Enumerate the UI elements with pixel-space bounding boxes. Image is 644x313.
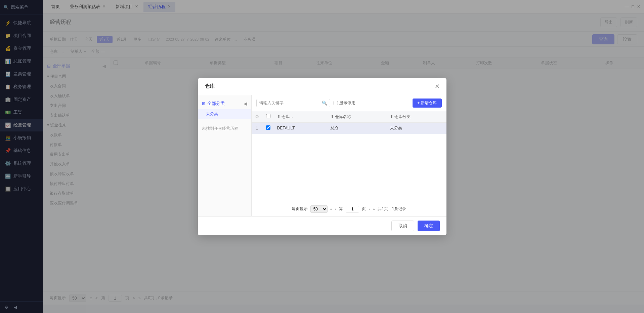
row-index: 1 — [252, 122, 263, 134]
th-category: ⬆ 仓库分类 — [387, 111, 446, 123]
dialog-header: 仓库 ✕ — [198, 78, 446, 95]
dialog-category-item-unclassified[interactable]: 未分类 — [198, 109, 251, 119]
th-code-sort[interactable]: ⬆ 仓库... — [277, 114, 324, 120]
th-gear[interactable]: ⚙ — [252, 111, 263, 123]
show-disabled-checkbox[interactable] — [334, 101, 338, 105]
dialog-total: 共1页，1条记录 — [378, 206, 406, 212]
category-all-label: 全部分类 — [207, 101, 225, 107]
dialog-per-page-label: 每页显示 — [292, 206, 308, 212]
dialog-toolbar: 🔍 显示停用 + 新增仓库 — [252, 95, 446, 111]
gear-settings-icon[interactable]: ⚙ — [255, 114, 259, 119]
row-name: 总仓 — [327, 122, 387, 134]
dialog-last-btn[interactable]: » — [373, 207, 375, 211]
dialog-no-results: 未找到任何经营历程 — [198, 119, 251, 138]
dialog-left-toggle[interactable]: ◀ — [244, 101, 247, 106]
confirm-button[interactable]: 确定 — [418, 221, 440, 231]
dialog-page-input[interactable] — [346, 206, 359, 212]
warehouse-dialog: 仓库 ✕ ⊞ 全部分类 ◀ 未分类 未找到任何经营历程 🔍 — [198, 78, 446, 235]
dialog-pagination: 每页显示 50 100 « ‹ 算 页 › » 共1页，1条记录 — [252, 202, 446, 216]
th-name-sort[interactable]: ⬆ 仓库名称 — [331, 114, 383, 120]
search-icon: 🔍 — [322, 101, 327, 106]
dialog-close-button[interactable]: ✕ — [435, 83, 440, 90]
dialog-table-container: ⚙ ⬆ 仓库... — [252, 111, 446, 202]
th-name: ⬆ 仓库名称 — [327, 111, 387, 123]
table-select-all-checkbox[interactable] — [266, 114, 270, 118]
dialog-table: ⚙ ⬆ 仓库... — [252, 111, 446, 134]
show-disabled-checkbox-label[interactable]: 显示停用 — [334, 100, 355, 106]
search-input[interactable] — [259, 101, 320, 105]
dialog-page-suffix: 页 — [362, 206, 366, 212]
dialog-prev-btn[interactable]: ‹ — [335, 207, 336, 211]
dialog-footer: 取消 确定 — [198, 216, 446, 235]
th-checkbox[interactable] — [263, 111, 274, 123]
row-category: 未分类 — [387, 122, 446, 134]
add-warehouse-button[interactable]: + 新增仓库 — [413, 99, 441, 108]
show-disabled-label: 显示停用 — [339, 100, 355, 106]
dialog-first-btn[interactable]: « — [330, 207, 333, 211]
th-category-sort[interactable]: ⬆ 仓库分类 — [390, 114, 443, 120]
dialog-page-label: 算 — [339, 206, 343, 212]
dialog-next-btn[interactable]: › — [369, 207, 370, 211]
th-code: ⬆ 仓库... — [274, 111, 328, 123]
dialog-body: ⊞ 全部分类 ◀ 未分类 未找到任何经营历程 🔍 显示停用 — [198, 95, 446, 216]
category-all-icon: ⊞ — [202, 101, 205, 106]
row-checkbox-cell[interactable] — [263, 122, 274, 134]
table-row[interactable]: 1 DEFAULT 总仓 未分类 — [252, 122, 446, 134]
cancel-button[interactable]: 取消 — [391, 221, 414, 231]
dialog-per-page-select[interactable]: 50 100 — [310, 205, 328, 213]
dialog-right-panel: 🔍 显示停用 + 新增仓库 ⚙ — [252, 95, 446, 216]
row-code: DEFAULT — [274, 122, 328, 134]
dialog-title: 仓库 — [205, 83, 215, 89]
dialog-left-panel: ⊞ 全部分类 ◀ 未分类 未找到任何经营历程 — [198, 95, 252, 216]
search-box: 🔍 — [256, 99, 330, 107]
row-checkbox[interactable] — [266, 125, 270, 130]
dialog-category-header[interactable]: ⊞ 全部分类 ◀ — [198, 98, 251, 109]
